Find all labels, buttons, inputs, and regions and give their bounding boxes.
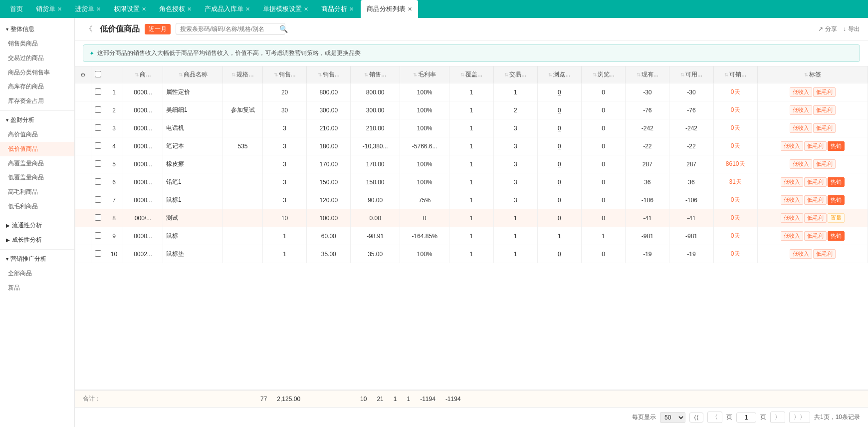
- name-cell[interactable]: 笔记本: [163, 137, 223, 155]
- sort-stock-icon[interactable]: ⇅: [637, 72, 641, 77]
- sort-gross-icon[interactable]: ⇅: [413, 72, 417, 77]
- checkbox-cell[interactable]: [91, 245, 105, 263]
- checkbox-cell[interactable]: [91, 137, 105, 155]
- browse1-cell[interactable]: 0: [537, 137, 581, 155]
- nav-analysis[interactable]: 商品分析 ✕: [315, 0, 360, 18]
- sort-saleprice-icon[interactable]: ⇅: [318, 72, 322, 77]
- name-cell[interactable]: 电话机: [163, 119, 223, 137]
- checkbox-cell[interactable]: [91, 227, 105, 245]
- nav-anl-list-close[interactable]: ✕: [408, 6, 412, 12]
- browse1-cell[interactable]: 0: [537, 83, 581, 101]
- sidebar-item-low-coverage[interactable]: 低覆盖量商品: [0, 170, 74, 185]
- sidebar-item-high-coverage[interactable]: 高覆盖量商品: [0, 156, 74, 171]
- row-checkbox[interactable]: [95, 214, 101, 221]
- browse1-cell[interactable]: 0: [537, 155, 581, 173]
- nav-products[interactable]: 产成品入库单 ✕: [199, 0, 256, 18]
- row-checkbox[interactable]: [95, 178, 101, 185]
- row-checkbox[interactable]: [95, 250, 101, 257]
- sort-cover-icon[interactable]: ⇅: [460, 72, 464, 77]
- search-icon[interactable]: 🔍: [279, 25, 288, 33]
- sort-avail-icon[interactable]: ⇅: [680, 72, 684, 77]
- checkbox-cell[interactable]: [91, 191, 105, 209]
- page-input[interactable]: [736, 413, 756, 423]
- sidebar-item-high-stock[interactable]: 高库存的商品: [0, 79, 74, 94]
- browse1-cell[interactable]: 0: [537, 119, 581, 137]
- sidebar-section-growth[interactable]: ▶成长性分析: [0, 233, 74, 247]
- browse1-link[interactable]: 0: [558, 107, 561, 114]
- sidebar-item-low-value[interactable]: 低价值商品: [0, 142, 74, 156]
- nav-perm-close[interactable]: ✕: [142, 6, 146, 12]
- row-checkbox[interactable]: [95, 124, 101, 131]
- next-page-btn[interactable]: 〉: [770, 412, 785, 423]
- collapse-sidebar-btn[interactable]: 《: [83, 24, 95, 34]
- sort-saleqty-icon[interactable]: ⇅: [274, 72, 278, 77]
- sort-saleable-icon[interactable]: ⇅: [724, 72, 728, 77]
- row-checkbox[interactable]: [95, 142, 101, 149]
- sort-spec-icon[interactable]: ⇅: [231, 72, 235, 77]
- sidebar-section-overall[interactable]: ▾整体信息: [0, 22, 74, 36]
- checkbox-cell[interactable]: [91, 101, 105, 119]
- browse1-cell[interactable]: 0: [537, 173, 581, 191]
- sidebar-section-marketing[interactable]: ▾营销推广分析: [0, 252, 74, 266]
- sort-browse2-icon[interactable]: ⇅: [593, 72, 597, 77]
- row-checkbox[interactable]: [95, 88, 101, 95]
- sidebar-item-high-value[interactable]: 高价值商品: [0, 127, 74, 142]
- share-btn[interactable]: ↗ 分享: [818, 25, 837, 33]
- checkbox-cell[interactable]: [91, 119, 105, 137]
- browse1-cell[interactable]: 0: [537, 191, 581, 209]
- sidebar-item-low-margin[interactable]: 低毛利商品: [0, 199, 74, 214]
- browse1-cell[interactable]: 0: [537, 101, 581, 119]
- browse1-link[interactable]: 0: [558, 125, 561, 132]
- last-page-btn[interactable]: 〉〉: [789, 412, 810, 423]
- name-cell[interactable]: 鼠标垫: [163, 245, 223, 263]
- checkbox-cell[interactable]: [91, 209, 105, 227]
- sidebar-item-new[interactable]: 新品: [0, 281, 74, 295]
- browse1-cell[interactable]: 1: [537, 227, 581, 245]
- nav-purchase-close[interactable]: ✕: [96, 6, 101, 12]
- sidebar-section-finance[interactable]: ▾盈财分析: [0, 113, 74, 127]
- browse1-link[interactable]: 0: [558, 179, 561, 186]
- sort-saleamt-icon[interactable]: ⇅: [364, 72, 368, 77]
- browse1-link[interactable]: 0: [558, 251, 561, 258]
- nav-sales-close[interactable]: ✕: [57, 6, 62, 12]
- row-checkbox[interactable]: [95, 160, 101, 167]
- select-all-checkbox[interactable]: [95, 71, 101, 77]
- nav-tpl-close[interactable]: ✕: [304, 6, 308, 12]
- date-filter-btn[interactable]: 近一月: [145, 24, 171, 34]
- nav-role-close[interactable]: ✕: [187, 6, 192, 12]
- sidebar-item-category-rate[interactable]: 商品分类销售率: [0, 65, 74, 80]
- table-container[interactable]: ⚙ ⇅商... ⇅商品名称 ⇅规格... ⇅销售... ⇅销售... ⇅销售..…: [75, 66, 868, 390]
- export-btn[interactable]: ↓ 导出: [843, 25, 860, 33]
- row-checkbox[interactable]: [95, 232, 101, 239]
- name-cell[interactable]: 橡皮擦: [163, 155, 223, 173]
- nav-anl-close[interactable]: ✕: [349, 6, 354, 12]
- nav-roles[interactable]: 角色授权 ✕: [153, 0, 198, 18]
- browse1-cell[interactable]: 0: [537, 245, 581, 263]
- nav-template[interactable]: 单据模板设置 ✕: [257, 0, 314, 18]
- sidebar-item-traded[interactable]: 交易过的商品: [0, 51, 74, 65]
- browse1-link[interactable]: 0: [558, 143, 561, 150]
- nav-permissions[interactable]: 权限设置 ✕: [108, 0, 152, 18]
- page-size-select[interactable]: 50 20 100: [660, 412, 685, 423]
- browse1-link[interactable]: 0: [558, 89, 561, 96]
- browse1-link[interactable]: 1: [558, 233, 561, 240]
- th-checkbox[interactable]: [91, 66, 105, 83]
- sidebar-item-all[interactable]: 全部商品: [0, 266, 74, 281]
- checkbox-cell[interactable]: [91, 83, 105, 101]
- name-cell[interactable]: 吴细细1: [163, 101, 223, 119]
- prev-page-btn[interactable]: 〈: [707, 412, 722, 423]
- browse1-link[interactable]: 0: [558, 215, 561, 222]
- name-cell[interactable]: 鼠标: [163, 227, 223, 245]
- sort-tag-icon[interactable]: ⇅: [804, 72, 808, 77]
- th-settings[interactable]: ⚙: [75, 66, 91, 83]
- name-cell[interactable]: 铅笔1: [163, 173, 223, 191]
- nav-sales[interactable]: 销货单 ✕: [30, 0, 68, 18]
- sort-trade-icon[interactable]: ⇅: [504, 72, 508, 77]
- sort-code-icon[interactable]: ⇅: [135, 72, 139, 77]
- row-checkbox[interactable]: [95, 106, 101, 113]
- nav-home[interactable]: 首页: [4, 0, 29, 18]
- sidebar-section-liquidity[interactable]: ▶流通性分析: [0, 218, 74, 233]
- browse1-cell[interactable]: 0: [537, 209, 581, 227]
- row-checkbox[interactable]: [95, 196, 101, 203]
- checkbox-cell[interactable]: [91, 173, 105, 191]
